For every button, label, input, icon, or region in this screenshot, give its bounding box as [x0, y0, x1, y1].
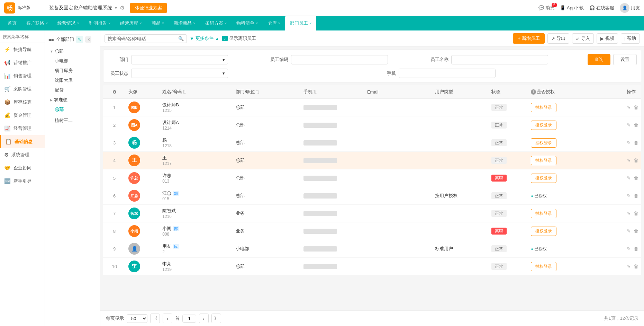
close-operation-tab[interactable]: ×	[77, 21, 79, 25]
system-dropdown-icon[interactable]: ▾	[115, 6, 117, 10]
delete-icon[interactable]: 🗑	[634, 140, 638, 146]
cell-auth[interactable]: 授权登录	[528, 99, 596, 116]
online-service-button[interactable]: 🎧 在线客服	[589, 5, 614, 11]
dept-item-project-store[interactable]: 项目库房	[45, 66, 100, 76]
edit-icon[interactable]: ✎	[627, 264, 631, 269]
sidebar-item-inventory[interactable]: 📦 库存核算	[0, 96, 45, 109]
tab-operation[interactable]: 经营情况 ×	[53, 16, 84, 30]
cell-auth[interactable]: 授权登录	[528, 205, 596, 222]
auth-login-button[interactable]: 授权登录	[531, 262, 556, 271]
cell-auth[interactable]: 授权登录	[528, 258, 596, 275]
close-barcode-tab[interactable]: ×	[225, 21, 227, 25]
auth-login-button[interactable]: 授权登录	[531, 138, 556, 148]
tab-add-product[interactable]: 新增商品 ×	[169, 16, 200, 30]
sidebar-item-finance[interactable]: 💰 资金管理	[0, 109, 45, 122]
th-name[interactable]: 姓名/编码 ⇅	[160, 85, 233, 99]
dept-item-small-elec[interactable]: 小电部	[45, 56, 100, 66]
close-history-tab[interactable]: ×	[139, 21, 142, 25]
delete-icon[interactable]: 🗑	[634, 264, 638, 269]
sidebar-item-basic-info[interactable]: 📋 基础信息	[0, 135, 45, 148]
first-page-btn[interactable]: 《	[150, 314, 160, 323]
close-employees-tab[interactable]: ×	[309, 21, 311, 25]
sidebar-item-guide[interactable]: 🆕 新手引导	[0, 175, 45, 188]
tab-profit[interactable]: 利润报告 ×	[84, 16, 115, 30]
dept-collapse-btn[interactable]: 《	[85, 36, 91, 43]
auth-login-button[interactable]: 授权登录	[531, 156, 556, 165]
dept-group-title-hq[interactable]: ▼ 总部	[45, 46, 100, 56]
last-page-btn[interactable]: 》	[211, 314, 221, 323]
phone-input[interactable]	[399, 69, 496, 78]
dept-select[interactable]: ▾	[131, 55, 228, 64]
trial-button[interactable]: 体验行业方案	[130, 3, 167, 13]
delete-icon[interactable]: 🗑	[634, 105, 638, 110]
tab-bom[interactable]: 物料清单 ×	[232, 16, 263, 30]
delete-icon[interactable]: 🗑	[634, 175, 638, 181]
sidebar-item-marketing[interactable]: 📢 营销推广	[0, 56, 45, 69]
dept-item-distribution[interactable]: 配货	[45, 85, 100, 95]
emp-status-select[interactable]: ▾	[131, 69, 228, 78]
delete-icon[interactable]: 🗑	[634, 228, 638, 234]
dept-group-title-shuanglu[interactable]: ▶ 双鹿想	[45, 95, 100, 105]
cell-auth[interactable]: 授权登录	[528, 116, 596, 134]
edit-icon[interactable]: ✎	[627, 228, 631, 234]
tab-history[interactable]: 经营历程 ×	[115, 16, 146, 30]
auth-login-button[interactable]: 授权登录	[531, 174, 556, 183]
tab-home[interactable]: 首页	[3, 16, 21, 30]
edit-icon[interactable]: ✎	[627, 193, 631, 199]
tab-products[interactable]: 商品 ×	[147, 16, 169, 30]
sidebar-item-quick-nav[interactable]: ⚡ 快捷导航	[0, 43, 45, 56]
close-add-product-tab[interactable]: ×	[193, 21, 195, 25]
emp-code-input[interactable]	[291, 55, 388, 64]
auth-login-button[interactable]: 授权登录	[531, 209, 556, 218]
dept-edit-icon[interactable]: ✎	[76, 36, 83, 43]
auth-login-button[interactable]: 授权登录	[531, 103, 556, 112]
auth-login-button[interactable]: 授权登录	[531, 227, 556, 236]
show-offline-checkbox[interactable]: ✓	[222, 36, 228, 41]
settings-icon[interactable]: ⚙	[120, 5, 125, 11]
cell-auth[interactable]: 授权登录	[528, 222, 596, 240]
close-customer-tab[interactable]: ×	[46, 21, 48, 25]
more-conditions-btn[interactable]: ▼ 更多条件 ▲	[190, 35, 219, 42]
help-button[interactable]: | 帮助	[621, 33, 640, 44]
sidebar-search[interactable]: 🔍	[0, 30, 45, 43]
close-bom-tab[interactable]: ×	[256, 21, 258, 25]
sidebar-item-cooperation[interactable]: 🤝 企业协同	[0, 161, 45, 175]
sidebar-item-sales[interactable]: 📊 销售管理	[0, 69, 45, 82]
next-page-btn[interactable]: ›	[199, 314, 209, 323]
delete-icon[interactable]: 🗑	[634, 122, 638, 128]
cell-auth[interactable]: 授权登录	[528, 169, 596, 187]
show-offline-toggle[interactable]: ✓ 显示离职员工	[222, 35, 256, 42]
edit-icon[interactable]: ✎	[627, 105, 631, 110]
search-input[interactable]	[108, 36, 177, 41]
import-button[interactable]: ↙ 导入	[572, 33, 594, 44]
edit-icon[interactable]: ✎	[627, 140, 631, 146]
th-phone[interactable]: 手机 ⇅	[301, 85, 364, 99]
dept-item-extra[interactable]: 植树王二	[45, 116, 100, 125]
sidebar-item-purchase[interactable]: 🛒 采购管理	[0, 82, 45, 96]
query-button[interactable]: 查询	[588, 54, 610, 65]
edit-icon[interactable]: ✎	[627, 175, 631, 181]
auth-login-button[interactable]: 授权登录	[531, 121, 556, 130]
page-size-select[interactable]: 50 100	[127, 314, 147, 323]
tab-warehouse[interactable]: 仓库 ×	[263, 16, 285, 30]
set-button[interactable]: 设置	[613, 54, 637, 65]
edit-icon[interactable]: ✎	[627, 158, 631, 163]
delete-icon[interactable]: 🗑	[634, 246, 638, 252]
app-download-button[interactable]: 📱 App下载	[560, 5, 584, 11]
close-products-tab[interactable]: ×	[162, 21, 164, 25]
cell-auth[interactable]: 授权登录	[528, 152, 596, 169]
delete-icon[interactable]: 🗑	[634, 211, 638, 216]
sidebar-item-system[interactable]: ⚙ 系统管理	[0, 148, 45, 161]
tab-barcode[interactable]: 条码方案 ×	[200, 16, 232, 30]
sidebar-search-input[interactable]	[3, 34, 45, 39]
prev-page-btn[interactable]: ‹	[163, 314, 172, 323]
view-button[interactable]: ▶ 视频	[597, 33, 618, 44]
close-warehouse-tab[interactable]: ×	[278, 21, 280, 25]
edit-icon[interactable]: ✎	[627, 122, 631, 128]
delete-icon[interactable]: 🗑	[634, 193, 638, 199]
edit-icon[interactable]: ✎	[627, 211, 631, 216]
th-dept[interactable]: 部门/职位 ⇅	[233, 85, 301, 99]
export-button[interactable]: ↗ 导出	[547, 33, 569, 44]
tab-employees[interactable]: 部门员工 ×	[285, 16, 316, 30]
emp-name-input[interactable]	[451, 55, 548, 64]
